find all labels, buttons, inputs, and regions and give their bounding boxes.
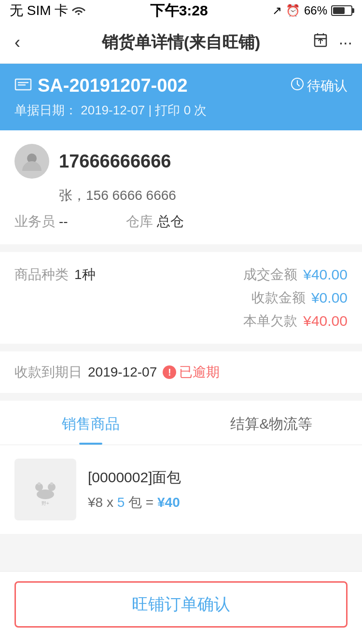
received-amount-value: ¥0.00: [311, 290, 348, 306]
customer-meta: 业务员 -- 仓库 总仓: [14, 212, 348, 231]
warehouse-label: 仓库: [126, 212, 153, 231]
nav-actions: ···: [312, 32, 352, 53]
products-section: 野+ [0000002]面包 ¥8 x 5 包 = ¥40: [0, 445, 362, 534]
location-icon: ↗: [272, 4, 282, 17]
avatar: [14, 144, 49, 179]
product-types-label: 商品种类: [14, 266, 69, 284]
summary-card: 商品种类 1种 成交金额 ¥40.00 收款金额 ¥0.00 本单欠款 ¥40.…: [0, 252, 362, 344]
customer-name: 张，156 6666 6666: [59, 186, 348, 205]
product-image: 野+: [14, 459, 76, 520]
more-button[interactable]: ···: [339, 33, 352, 52]
warehouse-value: 总仓: [157, 212, 184, 231]
clock-icon: [291, 77, 304, 94]
status-right: ↗ ⏰ 66%: [272, 4, 352, 17]
header-card: SA-20191207-002 待确认 单据日期： 2019-12-07 | 打…: [0, 64, 362, 130]
status-time: 下午3:28: [150, 1, 208, 21]
product-price: ¥8 x 5 包 = ¥40: [88, 493, 348, 512]
salesperson-value: --: [59, 214, 68, 229]
status-bar: 无 SIM 卡 下午3:28 ↗ ⏰ 66%: [0, 0, 362, 21]
product-info: [0000002]面包 ¥8 x 5 包 = ¥40: [88, 468, 348, 512]
deal-amount-value: ¥40.00: [303, 266, 348, 283]
status-text: 待确认: [307, 77, 348, 95]
share-button[interactable]: [312, 32, 329, 53]
overdue-icon: !: [163, 365, 176, 379]
bottom-bar: 旺铺订单确认: [0, 571, 362, 644]
svg-point-8: [50, 482, 53, 485]
amounts: 成交金额 ¥40.00 收款金额 ¥0.00 本单欠款 ¥40.00: [243, 266, 348, 330]
status-left: 无 SIM 卡: [10, 1, 85, 20]
nav-bar: ‹ 销货单详情(来自旺铺) ···: [0, 21, 362, 64]
tab-settlement[interactable]: 结算&物流等: [181, 401, 362, 445]
page-title: 销货单详情(来自旺铺): [102, 31, 261, 54]
overdue-badge: ! 已逾期: [163, 363, 220, 381]
owed-amount-label: 本单欠款: [243, 312, 297, 330]
order-id-text: SA-20191207-002: [38, 75, 188, 96]
order-icon: [14, 75, 32, 96]
tabs: 销售商品 结算&物流等: [0, 401, 362, 445]
product-types-value: 1种: [74, 266, 96, 284]
product-name: [0000002]面包: [88, 468, 348, 488]
tab-sales-goods[interactable]: 销售商品: [0, 401, 181, 445]
wifi-icon: [72, 3, 85, 18]
deal-amount-label: 成交金额: [243, 266, 297, 284]
due-date-label: 收款到期日: [14, 363, 82, 381]
header-date: 单据日期： 2019-12-07 | 打印 0 次: [14, 102, 348, 119]
customer-phone: 17666666666: [59, 151, 171, 172]
battery-icon: [331, 5, 352, 16]
due-date-card: 收款到期日 2019-12-07 ! 已逾期: [0, 351, 362, 393]
svg-point-7: [38, 482, 41, 485]
owed-amount-value: ¥40.00: [303, 313, 348, 329]
confirm-order-button[interactable]: 旺铺订单确认: [14, 581, 348, 628]
order-status: 待确认: [291, 77, 348, 95]
battery-text: 66%: [304, 4, 327, 17]
product-item: 野+ [0000002]面包 ¥8 x 5 包 = ¥40: [0, 445, 362, 534]
received-amount-label: 收款金额: [251, 289, 306, 307]
back-button[interactable]: ‹: [10, 28, 25, 57]
alarm-icon: ⏰: [286, 4, 300, 17]
overdue-text: 已逾期: [179, 363, 220, 381]
due-date-value: 2019-12-07: [88, 364, 157, 380]
carrier-text: 无 SIM 卡: [10, 1, 68, 20]
customer-card: 17666666666 张，156 6666 6666 业务员 -- 仓库 总仓: [0, 130, 362, 244]
order-id: SA-20191207-002: [14, 75, 188, 96]
svg-text:野+: 野+: [42, 501, 49, 506]
salesperson-label: 业务员: [14, 212, 55, 231]
svg-point-6: [37, 490, 54, 499]
